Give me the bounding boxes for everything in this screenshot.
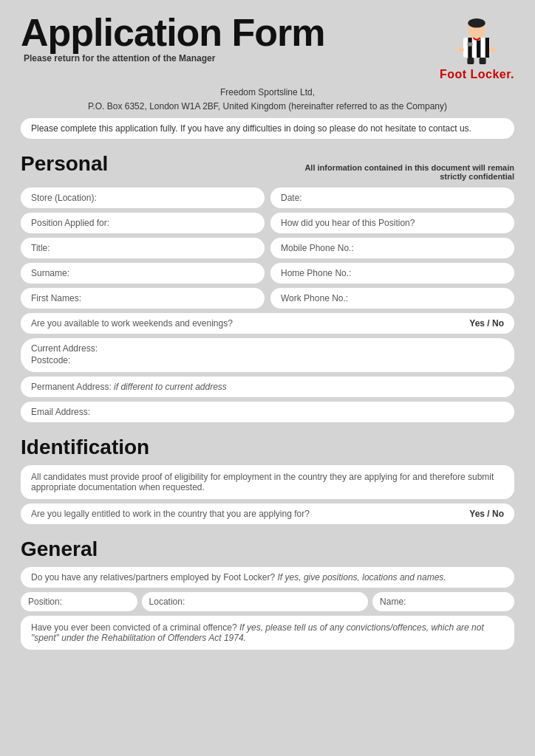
svg-rect-11 [480, 58, 486, 64]
conviction-box[interactable]: Have you ever been convicted of a crimin… [21, 616, 514, 650]
position-sub-label: Position: [28, 597, 62, 607]
first-names-field[interactable]: First Names: [21, 288, 265, 309]
work-phone-field[interactable]: Work Phone No.: [270, 288, 514, 309]
legal-row[interactable]: Are you legally entitled to work in the … [21, 504, 514, 524]
permanent-address-hint: if different to current address [114, 382, 227, 392]
pos-loc-name-row: Position: Location: Name: [21, 592, 514, 611]
app-title: Application Form [21, 13, 325, 52]
relatives-field[interactable]: Do you have any relatives/partners emplo… [21, 567, 514, 588]
store-field[interactable]: Store (Location): [21, 188, 265, 208]
surname-homephone-row: Surname: Home Phone No.: [21, 263, 514, 284]
store-label: Store (Location): [31, 193, 97, 203]
position-applied-field[interactable]: Position Applied for: [21, 213, 265, 233]
how-hear-label: How did you hear of this Position? [281, 218, 415, 228]
header: Application Form Please return for the a… [21, 13, 514, 81]
personal-title: Personal [21, 152, 108, 176]
postcode-label: Postcode: [31, 355, 504, 365]
permanent-address-label: Permanent Address: [31, 382, 112, 392]
relatives-hint: If yes, give positions, locations and na… [278, 572, 446, 583]
weekends-yesno[interactable]: Yes / No [469, 318, 504, 329]
email-field[interactable]: Email Address: [21, 402, 514, 422]
email-label: Email Address: [31, 407, 90, 417]
company-line2: P.O. Box 6352, London W1A 2BF, United Ki… [21, 100, 514, 114]
mobile-field[interactable]: Mobile Phone No.: [270, 238, 514, 258]
name-sub-field[interactable]: Name: [372, 592, 514, 611]
company-info: Freedom Sportsline Ltd, P.O. Box 6352, L… [21, 86, 514, 114]
home-phone-field[interactable]: Home Phone No.: [270, 263, 514, 284]
home-phone-label: Home Phone No.: [281, 268, 351, 278]
svg-point-9 [490, 47, 497, 52]
title-label: Title: [31, 243, 50, 253]
date-label: Date: [281, 193, 302, 203]
company-line1: Freedom Sportsline Ltd, [21, 86, 514, 100]
surname-label: Surname: [31, 268, 69, 278]
address-label: Current Address: [31, 343, 504, 354]
location-sub-field[interactable]: Location: [142, 592, 369, 611]
svg-point-5 [468, 18, 485, 28]
svg-rect-1 [468, 38, 472, 58]
header-left: Application Form Please return for the a… [21, 13, 325, 63]
position-sub-field[interactable]: Position: [21, 592, 137, 611]
location-sub-label: Location: [149, 597, 185, 607]
first-names-label: First Names: [31, 293, 81, 303]
svg-rect-2 [477, 38, 480, 58]
identification-section: Identification All candidates must provi… [21, 436, 514, 524]
name-sub-label: Name: [380, 597, 406, 607]
notice-box: Please complete this application fully. … [21, 118, 514, 139]
logo-text: Foot Locker. [440, 68, 514, 81]
mobile-label: Mobile Phone No.: [281, 243, 354, 253]
date-field[interactable]: Date: [270, 188, 514, 208]
weekends-question: Are you available to work weekends and e… [31, 318, 233, 329]
foot-locker-logo-icon [450, 16, 503, 66]
legal-question: Are you legally entitled to work in the … [31, 509, 310, 519]
general-title: General [21, 537, 514, 561]
weekends-row[interactable]: Are you available to work weekends and e… [21, 313, 514, 334]
position-hear-row: Position Applied for: How did you hear o… [21, 213, 514, 233]
surname-field[interactable]: Surname: [21, 263, 265, 284]
confidential-text: All information contained in this docume… [278, 163, 514, 181]
position-applied-label: Position Applied for: [31, 218, 109, 228]
app-subtitle: Please return for the attention of the M… [24, 53, 325, 63]
personal-section-header: Personal All information contained in th… [21, 152, 514, 182]
svg-rect-10 [468, 58, 474, 64]
title-field[interactable]: Title: [21, 238, 265, 258]
firstname-workphone-row: First Names: Work Phone No.: [21, 288, 514, 309]
identification-title: Identification [21, 436, 514, 459]
personal-section: Personal All information contained in th… [21, 152, 514, 422]
store-date-row: Store (Location): Date: [21, 188, 514, 208]
svg-point-7 [468, 42, 473, 46]
title-mobile-row: Title: Mobile Phone No.: [21, 238, 514, 258]
how-hear-field[interactable]: How did you hear of this Position? [270, 213, 514, 233]
work-phone-label: Work Phone No.: [281, 293, 348, 303]
legal-yesno[interactable]: Yes / No [469, 509, 504, 519]
permanent-address-field[interactable]: Permanent Address: if different to curre… [21, 377, 514, 397]
address-box[interactable]: Current Address: Postcode: [21, 338, 514, 372]
conviction-question: Have you ever been convicted of a crimin… [31, 622, 237, 633]
identification-notice: All candidates must provide proof of eli… [21, 465, 514, 499]
svg-rect-3 [485, 38, 489, 58]
svg-point-8 [457, 47, 464, 52]
general-section: General Do you have any relatives/partne… [21, 537, 514, 650]
logo-container: Foot Locker. [440, 16, 514, 81]
page: Application Form Please return for the a… [0, 0, 535, 756]
relatives-question: Do you have any relatives/partners emplo… [31, 572, 275, 583]
